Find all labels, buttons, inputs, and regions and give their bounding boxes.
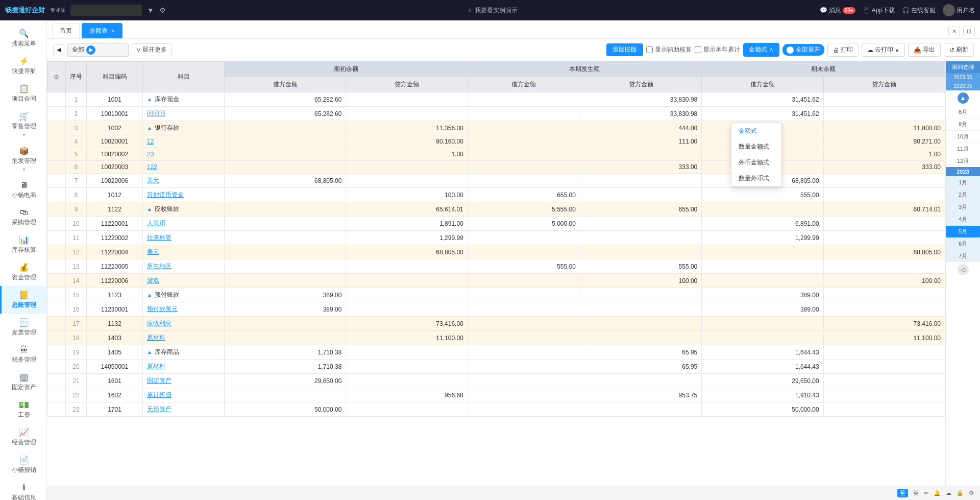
expand-arrow-icon[interactable]: ▲ xyxy=(147,125,154,131)
demo-link-label[interactable]: 我要看实例演示 xyxy=(475,6,518,15)
expand-arrow-icon[interactable]: ▲ xyxy=(147,97,154,102)
sidebar-item-accounting[interactable]: 📒 总账管理 xyxy=(0,286,46,314)
month-oct[interactable]: 10月 xyxy=(946,130,980,142)
month-nov[interactable]: 11月 xyxy=(946,142,980,155)
row-name-label[interactable]: 23 xyxy=(147,151,154,158)
row-name-label[interactable]: 美元 xyxy=(147,177,159,184)
month-jun[interactable]: 6月 xyxy=(946,237,980,250)
tab-bar-expand-btn[interactable]: ⊡ xyxy=(963,27,975,36)
row-name-cell[interactable]: 23 xyxy=(143,148,225,161)
dropdown-item-qty-amount[interactable]: 数量金额式 xyxy=(731,139,781,155)
row-name-cell[interactable]: 12 xyxy=(143,135,225,148)
cloud-print-btn[interactable]: ☁ 云打印 ∨ xyxy=(862,43,905,57)
row-name-cell[interactable]: ▲ 银行存款 xyxy=(143,121,225,135)
row-name-cell[interactable]: ▲ 库存商品 xyxy=(143,345,225,360)
sidebar-item-report[interactable]: 📄 小畅报销 xyxy=(0,451,46,479)
expand-arrow-icon[interactable]: ▲ xyxy=(147,206,154,212)
month-aug[interactable]: 8月 xyxy=(946,106,980,118)
return-old-btn[interactable]: 退回旧版 xyxy=(606,43,643,56)
row-name-label[interactable]: 回回回 xyxy=(147,110,165,117)
row-name-label[interactable]: 应收利息 xyxy=(147,320,172,327)
expand-more-btn[interactable]: ∨ 展开更多 xyxy=(132,43,172,56)
row-name-cell[interactable]: ▲ 应收账款 xyxy=(143,202,225,217)
demo-link-area[interactable]: ○ 我要看实例演示 xyxy=(468,6,518,15)
row-name-cell[interactable]: 其他货币资金 xyxy=(143,188,225,202)
search-bar[interactable] xyxy=(70,5,142,16)
refresh-btn[interactable]: ↺ 刷新 xyxy=(944,43,974,57)
row-name-cell[interactable]: 累计折旧 xyxy=(143,388,225,402)
nav-up-btn[interactable]: ▲ xyxy=(958,92,969,104)
month-may[interactable]: 5月 xyxy=(946,225,980,237)
export-btn[interactable]: 📤 导出 xyxy=(908,43,941,57)
status-item-1[interactable]: 至 xyxy=(897,489,908,497)
month-jan[interactable]: 1月 xyxy=(946,176,980,188)
show-ytd-checkbox[interactable]: 显示本年累计 xyxy=(695,45,740,54)
row-name-cell[interactable]: 应收利息 xyxy=(143,317,225,331)
row-name-label[interactable]: 累计折旧 xyxy=(147,391,172,398)
row-name-cell[interactable]: 固定资产 xyxy=(143,374,225,388)
online-service-btn[interactable]: 🎧 在线客服 xyxy=(902,6,936,15)
row-name-label[interactable]: 往来标签 xyxy=(147,234,172,241)
month-jul[interactable]: 7月 xyxy=(946,250,980,262)
breadcrumb-arrow-btn[interactable]: ▶ xyxy=(86,45,95,55)
status-item-lock[interactable]: 🔒 xyxy=(957,490,964,496)
sidebar-item-assets[interactable]: 🏢 固定资产 xyxy=(0,368,46,396)
print-btn[interactable]: 🖨 打印 xyxy=(827,43,859,57)
row-name-cell[interactable]: ▲ 库存现金 xyxy=(143,92,225,107)
sidebar-item-wholesale[interactable]: 📦 批发管理 ▼ xyxy=(0,142,46,177)
sidebar-item-inventory[interactable]: 📊 库存核算 xyxy=(0,231,46,258)
settings-gear-icon[interactable]: ⚙ xyxy=(54,74,59,81)
sidebar-item-purchase[interactable]: 🛍 采购管理 xyxy=(0,204,46,231)
row-name-label[interactable]: 12 xyxy=(147,138,154,145)
sidebar-item-capital[interactable]: 💰 资金管理 xyxy=(0,258,46,286)
sidebar-item-tax[interactable]: 🏛 税务管理 xyxy=(0,341,46,368)
expand-arrow-icon[interactable]: ▲ xyxy=(147,349,154,355)
row-name-cell[interactable]: 122 xyxy=(143,161,225,174)
settings-icon[interactable]: ⚙ xyxy=(159,6,166,14)
sidebar-item-search[interactable]: 🔍 搜索菜单 xyxy=(0,25,46,52)
row-name-label[interactable]: 无形资产 xyxy=(147,406,172,413)
user-avatar-btn[interactable]: 用户名 xyxy=(943,4,975,16)
sidebar-item-invoice[interactable]: 🧾 发票管理 xyxy=(0,314,46,341)
status-item-cloud[interactable]: ☁ xyxy=(946,490,951,496)
sidebar-item-salary[interactable]: 💵 工资 xyxy=(0,396,46,423)
sidebar-item-project[interactable]: 📋 项目合同 xyxy=(0,80,46,107)
right-panel-header[interactable]: 期间选择 xyxy=(946,61,980,73)
auxiliary-check[interactable] xyxy=(646,46,653,53)
status-item-gear[interactable]: ⚙ xyxy=(969,490,974,496)
month-dec[interactable]: 12月 xyxy=(946,155,980,167)
row-name-label[interactable]: 原材料 xyxy=(147,334,165,341)
period-2023-05-end[interactable]: 2023.05 xyxy=(946,82,980,90)
row-name-cell[interactable]: 原材料 xyxy=(143,331,225,345)
row-name-label[interactable]: 人民币 xyxy=(147,220,165,227)
row-name-cell[interactable]: 人民币 xyxy=(143,217,225,231)
ytd-check[interactable] xyxy=(695,46,701,53)
dropdown-icon[interactable]: ▼ xyxy=(147,6,154,14)
nav-collapse-btn[interactable]: ◁ xyxy=(958,264,969,275)
messages-btn[interactable]: 💬 消息 99+ xyxy=(820,6,855,15)
sidebar-item-retail[interactable]: 🛒 零售管理 ▼ xyxy=(0,107,46,142)
row-name-cell[interactable]: 美元 xyxy=(143,174,225,188)
expand-arrow-icon[interactable]: ▲ xyxy=(147,292,154,298)
row-name-cell[interactable]: 无形资产 xyxy=(143,402,225,417)
status-item-2[interactable]: 英 xyxy=(913,489,919,497)
status-item-pencil[interactable]: ✏ xyxy=(924,490,928,496)
show-auxiliary-checkbox[interactable]: 显示辅助核算 xyxy=(646,45,692,54)
row-name-label[interactable]: 固定资产 xyxy=(147,377,172,384)
row-name-cell[interactable]: 往来标签 xyxy=(143,231,225,245)
table-container[interactable]: ⚙ 序号 科目编码 科目 期初余额 本期发生额 期末余额 借方金额 贷方金额 xyxy=(47,61,945,486)
tab-home[interactable]: 首页 xyxy=(52,23,80,38)
month-sep[interactable]: 9月 xyxy=(946,118,980,130)
app-download-btn[interactable]: 📱 App下载 xyxy=(863,6,895,15)
month-feb[interactable]: 2月 xyxy=(946,188,980,201)
row-name-cell[interactable]: 美元 xyxy=(143,245,225,259)
nav-back-btn[interactable]: ◀ xyxy=(53,44,64,55)
row-name-cell[interactable]: 回回回 xyxy=(143,107,225,121)
month-mar[interactable]: 3月 xyxy=(946,201,980,213)
row-name-label[interactable]: 原材料 xyxy=(147,363,165,370)
sidebar-item-basic[interactable]: ℹ 基础信息 xyxy=(0,479,46,500)
sidebar-item-quicknav[interactable]: ⚡ 快捷导航 xyxy=(0,52,46,80)
dropdown-item-amount[interactable]: 金额式 xyxy=(731,123,781,139)
sidebar-item-ecommerce[interactable]: 🖥 小畅电商 xyxy=(0,177,46,204)
tab-close-icon[interactable]: ✕ xyxy=(111,28,115,34)
